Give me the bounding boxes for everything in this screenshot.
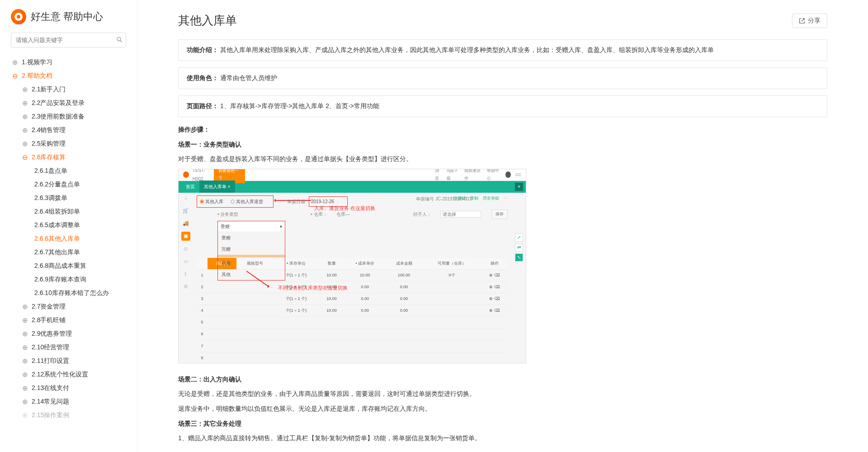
ss-option: 初期 xyxy=(218,257,285,269)
scene1-text: 对于受赠、盘盈或是拆装入库等不同的业务，是通过单据头【业务类型】进行区分。 xyxy=(178,153,827,165)
nav-item-2-9[interactable]: 2.9优惠券管理 xyxy=(11,327,126,341)
nav-sub-2-6-5[interactable]: 2.6.5成本调整单 xyxy=(11,219,126,232)
nav-item-2-8[interactable]: 2.8手机旺铺 xyxy=(11,314,126,327)
nav-item-2-11[interactable]: 2.11打印设置 xyxy=(11,354,126,368)
nav-sub-2-6-3[interactable]: 2.6.3调拨单 xyxy=(11,191,126,205)
plus-icon xyxy=(21,99,29,107)
brand-logo-icon xyxy=(11,9,26,24)
ss-option: 完赠 xyxy=(218,243,285,255)
ss-top-app: App下载 xyxy=(447,169,460,183)
scene1-title: 场景一：业务类型确认 xyxy=(178,138,827,151)
nav-item-2-13[interactable]: 2.13在线支付 xyxy=(11,381,126,395)
coin-icon: ◎ xyxy=(181,244,190,253)
sidebar: 好生意 帮助中心 1.视频学习 2.帮助文档 2.1新手入门 2.2产品安装及登… xyxy=(0,0,137,452)
nav-sub-2-6-6[interactable]: 2.6.6其他入库单 xyxy=(11,232,126,246)
nav-sub-2-6-2[interactable]: 2.6.2分量盘点单 xyxy=(11,178,126,191)
nav-sub-2-6-10[interactable]: 2.6.10库存账本错了怎么办 xyxy=(11,286,126,300)
nav-item-2-1[interactable]: 2.1新手入门 xyxy=(11,83,126,96)
nav-sub-2-6-7[interactable]: 2.6.7其他出库单 xyxy=(11,246,126,259)
minus-icon xyxy=(21,153,29,162)
ss-tab-home: 首页 xyxy=(181,181,199,193)
ss-topbar: TEST-H002 我要做些一下 消息 App下载 我或者伙伴 帮助中心 CC xyxy=(179,169,526,181)
nav-top-video[interactable]: 1.视频学习 xyxy=(11,56,126,69)
nav-item-2-10[interactable]: 2.10经营管理 xyxy=(11,341,126,354)
nav-top-docs[interactable]: 2.帮助文档 xyxy=(11,69,126,83)
ss-top-msg: 消息 xyxy=(435,169,442,183)
ss-type-radio-group: 其他入库 其他入库退货 xyxy=(197,195,274,208)
plus-icon xyxy=(21,384,29,392)
table-row: 2个(1 = 1 个)10.000.000.00⊕ ⌫ xyxy=(197,281,508,293)
role-text: 通常由仓管人员维护 xyxy=(220,74,277,81)
minus-icon xyxy=(11,72,19,80)
ss-annotation-2: 不同业务的入库类型在这里切换 xyxy=(278,283,348,293)
ss-code-value: JC-20191226-001 xyxy=(435,196,472,201)
brand-title: 好生意 帮助中心 xyxy=(31,10,103,24)
ss-op-label: 经手人： xyxy=(413,210,431,219)
nav-sub-2-6-4[interactable]: 2.6.4组装拆卸单 xyxy=(11,205,126,219)
more-icon: ⋯ xyxy=(504,195,508,202)
plus-icon xyxy=(21,316,29,324)
ss-body: ⌂ 🛒 🚚 ▣ ◎ ▭ ⫿ ⚙ ⤢ ⇄ ⤡ xyxy=(179,193,526,363)
svg-line-1 xyxy=(120,40,122,42)
zoom-icon: ⤢ xyxy=(515,233,523,242)
expand-icon: ⤡ xyxy=(515,253,523,262)
nav-item-2-3[interactable]: 2.3使用前数据准备 xyxy=(11,110,126,124)
ss-tool-history: 历史单据 xyxy=(483,195,499,202)
cart-icon: 🛒 xyxy=(181,206,190,215)
plus-icon xyxy=(21,330,29,338)
box-icon: ▣ xyxy=(181,232,190,241)
ss-op-input xyxy=(440,211,481,218)
nav-item-2-4[interactable]: 2.4销售管理 xyxy=(11,124,126,137)
plus-icon xyxy=(11,58,19,67)
nav-sub-2-6-8[interactable]: 2.6.8商品成本重算 xyxy=(11,259,126,273)
nav-item-2-5[interactable]: 2.5采购管理 xyxy=(11,137,126,151)
gear-icon: ⚙ xyxy=(181,282,190,291)
plus-icon xyxy=(21,371,29,379)
ss-annotation-1: 入库、退货业务 在这里切换 xyxy=(314,204,375,213)
nav-item-2-15[interactable]: 2.15操作案例 xyxy=(11,409,126,422)
plus-icon xyxy=(21,140,29,148)
plus-icon xyxy=(21,86,29,94)
nav-item-2-2[interactable]: 2.2产品安装及登录 xyxy=(11,96,126,110)
ss-top-right: 消息 App下载 我或者伙伴 帮助中心 CC xyxy=(435,169,521,183)
nav-item-2-12[interactable]: 2.12系统个性化设置 xyxy=(11,368,126,381)
nav-item-2-6[interactable]: 2.6库存核算 xyxy=(11,151,126,164)
search-icon[interactable] xyxy=(116,36,123,44)
embedded-screenshot: TEST-H002 我要做些一下 消息 App下载 我或者伙伴 帮助中心 CC … xyxy=(178,169,526,363)
ss-top-buy: 我或者伙伴 xyxy=(464,169,482,183)
ss-close-icon: × xyxy=(515,183,523,191)
nav-sub-2-6-1[interactable]: 2.6.1盘点单 xyxy=(11,164,126,178)
chevron-down-icon: ▾ xyxy=(280,222,282,231)
scene2-p1: 无论是受赠，还是其他类型的业务，由于入库商品质量等原因，需要退回，这时可通过单据… xyxy=(178,388,827,400)
nav-sub-2-6-9[interactable]: 2.6.9库存账本查询 xyxy=(11,273,126,286)
table-row: 8 xyxy=(197,352,508,363)
svg-point-0 xyxy=(117,37,121,41)
scene2-p2: 退库业务中，明细数量均以负值红色展示。无论是入库还是退库，库存账均记在入库方向。 xyxy=(178,403,827,415)
nav-item-2-14[interactable]: 2.14常见问题 xyxy=(11,395,126,409)
plus-icon xyxy=(21,343,29,352)
chart-icon: ⫿ xyxy=(181,270,190,279)
page-title: 其他入库单 xyxy=(178,13,237,29)
ss-avatar-icon xyxy=(505,171,511,178)
nav-item-2-7[interactable]: 2.7资金管理 xyxy=(11,300,126,314)
intro-box: 功能介绍：其他入库单用来处理除采购入库、产成品入库之外的其他入库业务，因此其他入… xyxy=(178,39,827,61)
path-label: 页面路径： xyxy=(187,102,218,109)
plus-icon xyxy=(21,113,29,121)
table-row: 6 xyxy=(197,328,508,340)
plus-icon xyxy=(21,398,29,406)
ss-top-help: 帮助中心 xyxy=(487,169,501,183)
ss-biz-type-dropdown: 受赠▾ 受赠 完赠 初期 其他 xyxy=(217,221,285,281)
home-icon: ⌂ xyxy=(181,194,190,203)
content-body: 操作步骤： 场景一：业务类型确认 对于受赠、盘盈或是拆装入库等不同的业务，是通过… xyxy=(178,124,827,444)
intro-text: 其他入库单用来处理除采购入库、产成品入库之外的其他入库业务，因此其他入库单可处理… xyxy=(220,46,714,53)
search-wrap xyxy=(11,33,126,48)
share-icon xyxy=(799,18,805,24)
link-icon: ⇄ xyxy=(515,243,523,252)
truck-icon: 🚚 xyxy=(181,219,190,228)
search-input[interactable] xyxy=(11,33,126,48)
ss-radio-return: 其他入库退货 xyxy=(231,197,263,206)
ss-biz-label: • 业务类型 xyxy=(217,210,238,219)
brand-row: 好生意 帮助中心 xyxy=(11,9,126,24)
plus-icon xyxy=(21,303,29,311)
share-button[interactable]: 分享 xyxy=(792,14,827,28)
